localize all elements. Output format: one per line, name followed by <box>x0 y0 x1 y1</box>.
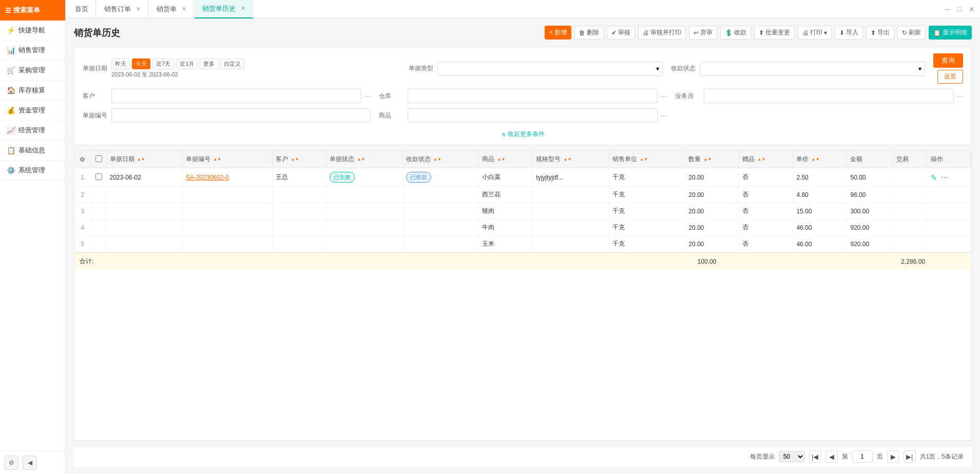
tab-sales-history-close[interactable]: ✕ <box>241 5 245 12</box>
collect-button[interactable]: 💲 收款 <box>720 26 751 40</box>
col-spec[interactable]: 规格型号 ▲▼ <box>533 151 609 168</box>
page-size-select[interactable]: 10 20 50 100 <box>779 451 805 462</box>
date-btn-yesterday[interactable]: 昨天 <box>111 58 130 69</box>
sidebar-collapse-btn[interactable]: ◀ <box>23 456 37 470</box>
collapse-up-icon: ∧ <box>502 131 506 138</box>
payment-status-badge: 已收款 <box>406 172 431 183</box>
cell-goods: 牛肉 <box>479 220 533 236</box>
col-goods[interactable]: 商品 ▲▼ <box>479 151 533 168</box>
doc-type-select[interactable]: ▾ <box>437 62 663 76</box>
audit-print-button[interactable]: 🖨 审核并打印 <box>638 26 686 40</box>
col-payment-status[interactable]: 收款状态 ▲▼ <box>402 151 478 168</box>
col-checkbox <box>91 151 106 168</box>
col-customer[interactable]: 客户 ▲▼ <box>273 151 326 168</box>
table-settings-icon[interactable]: ⚙ <box>80 156 85 163</box>
sidebar-item-purchase-mgmt[interactable]: 🛒 采购管理 <box>0 61 65 81</box>
payment-status-field: 收款状态 ▾ <box>671 62 925 76</box>
customer-ellipsis[interactable]: ··· <box>364 92 371 100</box>
tab-sales-goods-close[interactable]: ✕ <box>182 6 186 12</box>
select-all-checkbox[interactable] <box>95 155 102 162</box>
table-summary: 合计: 100.00 2,286.00 <box>74 252 971 270</box>
payment-status-select[interactable]: ▾ <box>700 62 925 76</box>
maximize-btn[interactable]: □ <box>954 5 965 13</box>
cell-unit-price: 46.00 <box>793 220 847 236</box>
date-btn-more[interactable]: 更多 <box>200 58 218 69</box>
cell-checkbox <box>91 187 106 203</box>
col-doc-date[interactable]: 单据日期 ▲▼ <box>106 151 182 168</box>
col-doc-status[interactable]: 单据状态 ▲▼ <box>326 151 402 168</box>
salesman-ellipsis[interactable]: ··· <box>957 92 963 100</box>
customer-label: 客户 <box>83 92 108 101</box>
refresh-button[interactable]: ↻ 刷新 <box>897 26 926 40</box>
edit-icon[interactable]: ✎ <box>931 173 937 182</box>
delete-button[interactable]: 🗑 删除 <box>574 26 604 40</box>
export-button[interactable]: ⬆ 导出 <box>866 26 894 40</box>
next-page-btn[interactable]: ▶ <box>887 450 899 463</box>
col-doc-no[interactable]: 单据编号 ▲▼ <box>182 151 272 168</box>
query-button[interactable]: 查询 <box>933 53 963 68</box>
tab-sales-order[interactable]: 销售订单 ✕ <box>97 0 148 18</box>
minimize-btn[interactable]: ─ <box>942 5 953 13</box>
prev-page-btn[interactable]: ◀ <box>825 450 838 463</box>
row-checkbox[interactable] <box>95 173 102 180</box>
more-action-icon[interactable]: ⋯ <box>941 173 948 182</box>
tab-bar: 首页 销售订单 ✕ 销货单 ✕ 销货单历史 ✕ ─ □ ✕ <box>66 0 980 18</box>
sidebar-item-label: 采购管理 <box>18 66 45 75</box>
customer-input[interactable] <box>111 89 361 103</box>
doc-no-input[interactable] <box>111 108 371 123</box>
cell-checkbox <box>91 236 106 252</box>
doc-no-link[interactable]: SA-20230602-0 <box>186 174 229 181</box>
warehouse-input[interactable] <box>408 89 658 103</box>
tab-home[interactable]: 首页 <box>68 0 96 18</box>
col-settings[interactable]: ⚙ <box>74 151 91 168</box>
cell-trade <box>893 220 928 236</box>
setting-button[interactable]: 设置 <box>937 70 963 84</box>
sidebar-item-basic-info[interactable]: 📋 基础信息 <box>0 141 65 161</box>
print-button[interactable]: 🖨 打印 ▾ <box>798 26 832 40</box>
tab-sales-goods[interactable]: 销货单 ✕ <box>149 0 194 18</box>
collapse-filter-btn[interactable]: ∧ 收起更多条件 <box>83 128 963 141</box>
doc-no-label: 单据编号 <box>83 111 108 120</box>
new-button[interactable]: + 新增 <box>545 26 571 40</box>
page-input[interactable] <box>852 450 873 463</box>
goods-input[interactable] <box>408 108 658 123</box>
cell-doc-no <box>182 236 272 252</box>
sidebar-item-sales-mgmt[interactable]: 📊 销售管理 <box>0 41 65 61</box>
col-qty[interactable]: 数量 ▲▼ <box>685 151 739 168</box>
close-window-btn[interactable]: ✕ <box>966 5 978 13</box>
first-page-btn[interactable]: |◀ <box>809 450 821 463</box>
last-page-btn[interactable]: ▶| <box>904 450 916 463</box>
tab-sales-history[interactable]: 销货单历史 ✕ <box>195 0 253 18</box>
sidebar-item-system-mgmt[interactable]: ⚙️ 系统管理 <box>0 161 65 181</box>
cell-doc-status: 已生效 <box>326 168 402 187</box>
page-title: 销货单历史 <box>74 27 120 39</box>
warehouse-ellipsis[interactable]: ··· <box>661 92 667 100</box>
col-amount[interactable]: 金额 <box>847 151 893 168</box>
col-unit-price[interactable]: 单价 ▲▼ <box>793 151 847 168</box>
salesman-input[interactable] <box>704 89 954 103</box>
cell-unit-price: 46.00 <box>793 236 847 252</box>
sidebar-item-finance-mgmt[interactable]: 💰 资金管理 <box>0 101 65 121</box>
goods-ellipsis[interactable]: ··· <box>661 111 667 120</box>
show-detail-button[interactable]: 📋 显示明细 <box>929 26 972 40</box>
date-btn-custom[interactable]: 自定义 <box>220 58 244 69</box>
sidebar-settings-btn[interactable]: ⚙ <box>4 456 18 470</box>
filter-panel: 单据日期 昨天 今天 近7天 近1月 更多 自定义 2023-06-02 至 2… <box>74 47 972 145</box>
import-button[interactable]: ⬇ 导入 <box>835 26 863 40</box>
abandon-button[interactable]: ↩ 弃审 <box>689 26 717 40</box>
date-btn-1month[interactable]: 近1月 <box>176 58 198 69</box>
sidebar-search-label[interactable]: 搜索菜单 <box>13 6 40 15</box>
sidebar-item-inventory-calc[interactable]: 🏠 库存核算 <box>0 81 65 101</box>
batch-change-button[interactable]: ⬆ 批量变更 <box>754 26 795 40</box>
date-btn-7days[interactable]: 近7天 <box>152 58 174 69</box>
tab-sales-order-close[interactable]: ✕ <box>136 6 141 12</box>
col-sales-unit[interactable]: 销售单位 ▲▼ <box>609 151 685 168</box>
sidebar-item-quick-nav[interactable]: ⚡ 快捷导航 <box>0 21 65 41</box>
audit-button[interactable]: ✔ 审核 <box>607 26 635 40</box>
cell-payment-status <box>402 187 478 203</box>
sidebar-item-label: 销售管理 <box>18 46 45 55</box>
sidebar-item-operations-mgmt[interactable]: 📈 经营管理 <box>0 121 65 141</box>
cell-action: ✎⋯ <box>928 168 971 187</box>
col-gift[interactable]: 赠品 ▲▼ <box>739 151 793 168</box>
date-btn-today[interactable]: 今天 <box>132 58 150 69</box>
